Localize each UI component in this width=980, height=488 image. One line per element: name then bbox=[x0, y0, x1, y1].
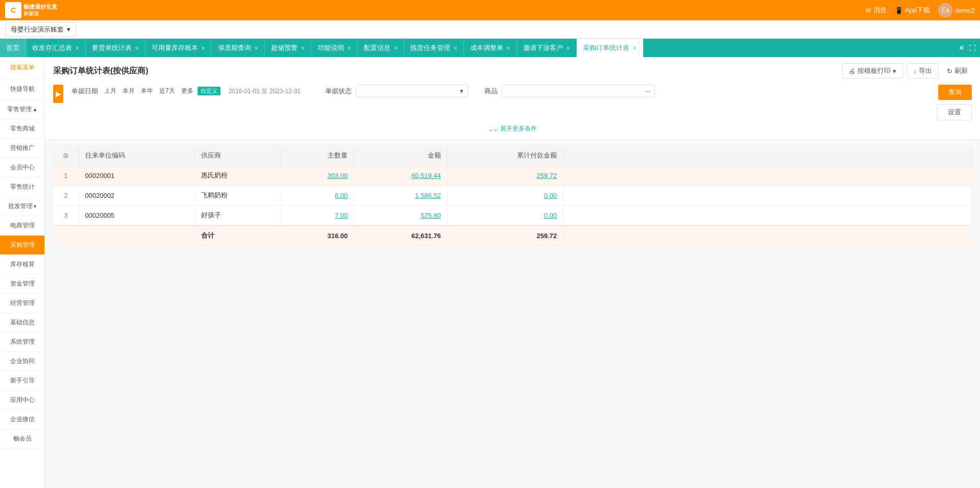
goods-input[interactable]: ··· bbox=[502, 85, 655, 97]
tab-6[interactable]: 功能说明 ✕ bbox=[311, 39, 358, 57]
tab-10[interactable]: 邀请下游客户 ✕ bbox=[517, 39, 577, 57]
row-2-code: 00020002 bbox=[79, 186, 194, 206]
footer-amount: 62,631.76 bbox=[354, 225, 448, 246]
row-2-qty: 6.00 bbox=[281, 186, 354, 206]
sidebar-item-enterprise[interactable]: 企业协同 bbox=[0, 352, 44, 371]
row-3-paid: 0.00 bbox=[447, 206, 563, 226]
tab-close-10[interactable]: ✕ bbox=[566, 45, 570, 51]
col-settings-icon[interactable]: ⚙ bbox=[53, 146, 79, 166]
query-button[interactable]: 查询 bbox=[938, 85, 972, 100]
filter-fields: 单据日期 上月 本月 本年 近7天 更多 自定义 bbox=[71, 85, 929, 97]
sidebar-item-member[interactable]: 会员中心 bbox=[0, 158, 44, 177]
account-selector[interactable]: 母婴行业演示账套 ▾ bbox=[5, 22, 76, 37]
settings-button[interactable]: 设置 bbox=[937, 104, 972, 120]
refresh-button[interactable]: ↻ 刷新 bbox=[943, 64, 972, 78]
sidebar-item-weixin[interactable]: 企业微信 bbox=[0, 410, 44, 429]
shortcut-this-month[interactable]: 本月 bbox=[120, 86, 137, 96]
print-dropdown-icon: ▾ bbox=[893, 67, 896, 75]
row-1-extra bbox=[564, 166, 972, 186]
tab-close-3[interactable]: ✕ bbox=[201, 45, 205, 51]
avatar: Ea bbox=[938, 3, 952, 17]
logo-area: C 畅捷通好生意 标签版 bbox=[5, 2, 57, 18]
tab-3[interactable]: 可用量库存账本 ✕ bbox=[145, 39, 212, 57]
tab-close-6[interactable]: ✕ bbox=[347, 45, 351, 51]
export-button[interactable]: ↓ 导出 bbox=[907, 63, 939, 79]
footer-empty-2 bbox=[79, 225, 194, 246]
tab-window-expand-icon[interactable]: ⛶ bbox=[969, 44, 976, 52]
chevron-down-icon: ▲ bbox=[33, 107, 38, 112]
sidebar-item-marketing[interactable]: 营销推广 bbox=[0, 139, 44, 158]
tab-close-8[interactable]: ✕ bbox=[453, 45, 457, 51]
tab-close-4[interactable]: ✕ bbox=[254, 45, 258, 51]
tab-5[interactable]: 超储预警 ✕ bbox=[265, 39, 311, 57]
footer-paid: 259.72 bbox=[447, 225, 563, 246]
sidebar-item-retail-mall[interactable]: 零售商城 bbox=[0, 119, 44, 139]
tab-close-1[interactable]: ✕ bbox=[75, 45, 79, 51]
sidebar-item-quicknav[interactable]: 快捷导航 bbox=[0, 79, 44, 100]
row-3-supplier: 好孩子 bbox=[194, 206, 281, 226]
tab-close-5[interactable]: ✕ bbox=[301, 45, 305, 51]
shortcut-7days[interactable]: 近7天 bbox=[157, 86, 177, 96]
top-bar: C 畅捷通好生意 标签版 ✉ 消息 📱 App下载 Ea demo2 bbox=[0, 0, 980, 20]
header-actions: 🖨 按模板打印 ▾ ↓ 导出 ↻ 刷新 bbox=[842, 63, 972, 79]
table-header-row: ⚙ 往来单位编码 供应商 主数量 金额 累计付款金额 bbox=[53, 146, 972, 166]
tab-window-close-icon[interactable]: ✕ bbox=[959, 44, 965, 52]
page-title-row: 采购订单统计表(按供应商) 🖨 按模板打印 ▾ ↓ 导出 ↻ 刷新 bbox=[53, 63, 972, 79]
expand-more-button[interactable]: ⌄⌄ 展开更多条件 bbox=[488, 124, 537, 133]
shortcut-last-month[interactable]: 上月 bbox=[102, 86, 118, 96]
sidebar-item-wholesale[interactable]: 批发管理 ▾ bbox=[0, 197, 44, 216]
sidebar-item-ecommerce[interactable]: 电商管理 bbox=[0, 216, 44, 236]
footer-extra bbox=[564, 225, 972, 246]
app-download-btn[interactable]: 📱 App下载 bbox=[895, 6, 930, 15]
page-title: 采购订单统计表(按供应商) bbox=[53, 66, 149, 76]
sidebar-item-app-center[interactable]: 应用中心 bbox=[0, 391, 44, 410]
status-filter-group: 单据状态 ▾ bbox=[325, 85, 468, 97]
footer-empty-1 bbox=[53, 225, 79, 246]
tab-close-7[interactable]: ✕ bbox=[394, 45, 398, 51]
row-1-index: 1 bbox=[53, 166, 79, 186]
data-table: ⚙ 往来单位编码 供应商 主数量 金额 累计付款金额 1 00020001 惠氏 bbox=[53, 146, 972, 246]
tab-active[interactable]: 采购订单统计表 ✕ bbox=[577, 39, 643, 57]
tab-7[interactable]: 配置信息 ✕ bbox=[358, 39, 404, 57]
sidebar-item-system[interactable]: 系统管理 bbox=[0, 332, 44, 352]
footer-label: 合计 bbox=[194, 225, 281, 246]
message-btn[interactable]: ✉ 消息 bbox=[866, 6, 887, 15]
table-row: 3 00020005 好孩子 7.00 525.80 0.00 bbox=[53, 206, 972, 226]
filter-toggle-btn[interactable]: ▶ bbox=[53, 85, 63, 103]
query-col: 查询 设置 bbox=[937, 85, 972, 120]
goods-filter-group: 商品 ··· bbox=[484, 85, 655, 97]
shortcut-this-year[interactable]: 本年 bbox=[139, 86, 155, 96]
tab-home[interactable]: 首页 bbox=[0, 39, 26, 57]
row-1-paid: 259.72 bbox=[447, 166, 563, 186]
tab-1[interactable]: 收发存汇总表 ✕ bbox=[26, 39, 86, 57]
sidebar-item-purchase[interactable]: 采购管理 bbox=[0, 236, 44, 255]
row-3-qty: 7.00 bbox=[281, 206, 354, 226]
goods-more-icon: ··· bbox=[645, 87, 650, 95]
tab-close-9[interactable]: ✕ bbox=[506, 45, 510, 51]
sidebar-item-member2[interactable]: 畅会员 bbox=[0, 429, 44, 449]
row-2-paid: 0.00 bbox=[447, 186, 563, 206]
sidebar-item-retail-stats[interactable]: 零售统计 bbox=[0, 177, 44, 197]
select-arrow-icon: ▾ bbox=[460, 87, 463, 95]
message-icon: ✉ bbox=[866, 7, 871, 14]
printer-icon: 🖨 bbox=[849, 67, 855, 75]
sidebar-item-search[interactable]: 搜索菜单 bbox=[0, 57, 44, 79]
tab-8[interactable]: 拣货任务管理 ✕ bbox=[404, 39, 464, 57]
sidebar-item-retail-mgmt[interactable]: 零售管理 ▲ bbox=[0, 100, 44, 119]
tab-4[interactable]: 保质期查询 ✕ bbox=[212, 39, 265, 57]
tab-close-active[interactable]: ✕ bbox=[632, 45, 636, 51]
sidebar-item-inventory[interactable]: 库存核算 bbox=[0, 255, 44, 274]
sidebar-item-basic-info[interactable]: 基础信息 bbox=[0, 313, 44, 332]
user-area[interactable]: Ea demo2 bbox=[938, 3, 975, 17]
tab-2[interactable]: 要货单统计表 ✕ bbox=[86, 39, 145, 57]
shortcut-more[interactable]: 更多 bbox=[179, 86, 195, 96]
sidebar-item-operations[interactable]: 经营管理 bbox=[0, 294, 44, 313]
row-2-amount: 1,586.52 bbox=[354, 186, 448, 206]
tab-close-2[interactable]: ✕ bbox=[135, 45, 139, 51]
sidebar-item-guide[interactable]: 新手引导 bbox=[0, 371, 44, 391]
custom-date-tag[interactable]: 自定义 bbox=[198, 87, 220, 95]
status-select[interactable]: ▾ bbox=[356, 85, 468, 97]
sidebar-item-finance[interactable]: 资金管理 bbox=[0, 274, 44, 294]
print-button[interactable]: 🖨 按模板打印 ▾ bbox=[842, 63, 903, 79]
tab-9[interactable]: 成本调整单 ✕ bbox=[464, 39, 517, 57]
